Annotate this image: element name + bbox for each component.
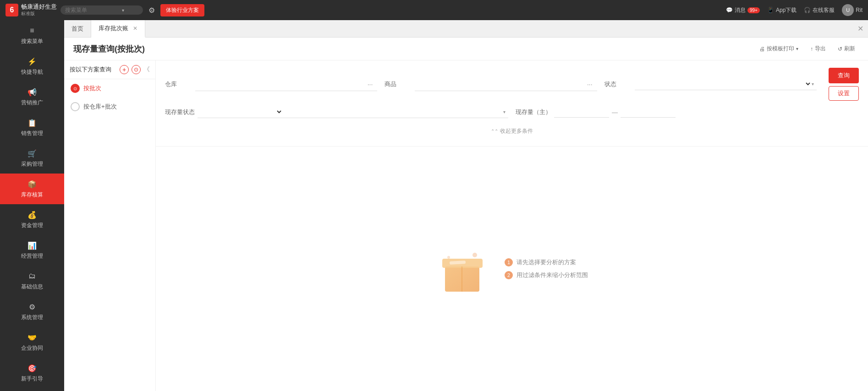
tab-home[interactable]: 首页 <box>64 20 91 38</box>
inventory-amount-separator: — <box>612 109 618 116</box>
logo-text-block: 畅康通好生意 标准版 <box>21 3 57 17</box>
filter-item-batch-label: 按批次 <box>83 84 101 92</box>
export-button[interactable]: ↑ 导出 <box>807 43 830 54</box>
search-menu-input[interactable] <box>65 7 120 13</box>
status-field: 状态 正常 禁用 ▾ <box>604 78 817 90</box>
inventory-amount-field: 现存量（主） — <box>516 107 859 118</box>
content-area: 首页 库存批次账 ✕ ✕ 现存量查询(按批次) 🖨 按模板打印 ▾ <box>64 20 868 391</box>
warehouse-input[interactable] <box>198 81 366 87</box>
main-layout: ≡ 搜索菜单 ⚡ 快捷导航 📢 营销推广 📋 销售管理 🛒 采购管理 📦 库存核… <box>0 20 868 391</box>
tab-inventory-batch-close[interactable]: ✕ <box>133 25 137 32</box>
messages-item[interactable]: 💬 消息 99+ <box>726 6 760 14</box>
refresh-icon: ↺ <box>838 46 842 52</box>
empty-hint-2: 2 用过滤条件来缩小分析范围 <box>505 271 588 279</box>
query-button[interactable]: 查询 <box>829 68 859 83</box>
goods-input[interactable] <box>418 81 585 87</box>
goods-input-wrap: ··· <box>415 78 597 91</box>
sidebar-item-newguide[interactable]: 🎯 新手引导 <box>0 358 64 388</box>
filter-row-2: 现存量状态 有库存 无库存 ▾ <box>165 106 859 118</box>
goods-more-button[interactable]: ··· <box>585 80 594 89</box>
status-select[interactable]: 正常 禁用 <box>637 80 812 88</box>
sidebar-label-operations: 经营管理 <box>21 252 43 260</box>
print-dropdown-icon[interactable]: ▾ <box>796 46 798 51</box>
filter-item-warehouse-batch[interactable]: 按仓库+批次 <box>64 98 155 116</box>
filter-item-warehouse-batch-label: 按仓库+批次 <box>83 103 117 111</box>
form-settings-button[interactable]: 设置 <box>829 86 859 101</box>
sidebar-item-basic[interactable]: 🗂 基础信息 <box>0 266 64 296</box>
export-icon: ↑ <box>810 46 813 52</box>
logo-area: 6 畅康通好生意 标准版 <box>5 3 57 17</box>
inventory-status-select-wrap: 有库存 无库存 ▾ <box>198 106 508 118</box>
sidebar-label-sales: 销售管理 <box>21 130 43 137</box>
search-bar-area[interactable]: ▾ <box>60 5 143 15</box>
sidebar-item-system[interactable]: ⚙ 系统管理 <box>0 296 64 327</box>
sidebar-item-marketing[interactable]: 📢 营销推广 <box>0 81 64 112</box>
enterprise-icon: 🤝 <box>27 332 37 342</box>
user-avatar: U <box>842 4 854 16</box>
refresh-button[interactable]: ↺ 刷新 <box>834 43 859 54</box>
sidebar-item-search[interactable]: ≡ 搜索菜单 <box>0 20 64 51</box>
page-header-actions: 🖨 按模板打印 ▾ ↑ 导出 ↺ 刷新 <box>756 43 859 54</box>
sidebar-label-marketing: 营销推广 <box>21 99 43 107</box>
sidebar-item-purchase[interactable]: 🛒 采购管理 <box>0 143 64 174</box>
svg-point-6 <box>447 256 450 259</box>
inventory-status-select[interactable]: 有库存 无库存 <box>200 108 283 116</box>
filter-collapse-button[interactable]: 《 <box>143 65 150 74</box>
query-area: 仓库 ··· 商品 ··· <box>156 60 868 391</box>
collapse-more-conditions[interactable]: ⌃⌃ 收起更多条件 <box>165 124 859 139</box>
empty-box-svg <box>436 241 491 296</box>
filter-panel: 按以下方案查询 + ⊙ 《 ⊙ 按批次 按仓库+批次 <box>64 60 156 391</box>
page-content: 现存量查询(按批次) 🖨 按模板打印 ▾ ↑ 导出 ↺ 刷新 <box>64 38 868 391</box>
tab-inventory-batch[interactable]: 库存批次账 ✕ <box>91 20 145 38</box>
messages-label: 消息 <box>735 6 746 14</box>
user-profile-item[interactable]: U Rit <box>842 4 863 16</box>
sidebar-item-appstore[interactable]: 🔔 应用中心 <box>0 388 64 391</box>
search-dropdown-icon[interactable]: ▾ <box>122 8 124 13</box>
app-download-item[interactable]: 📱 App下载 <box>767 6 797 14</box>
filter-add-button[interactable]: + <box>120 65 129 74</box>
sidebar-item-enterprise[interactable]: 🤝 企业协同 <box>0 327 64 358</box>
quick-nav-icon: ⚡ <box>27 56 37 66</box>
status-label: 状态 <box>604 80 632 88</box>
print-button[interactable]: 🖨 按模板打印 ▾ <box>756 43 802 54</box>
experience-industry-button[interactable]: 体验行业方案 <box>160 4 204 16</box>
filter-item-batch[interactable]: ⊙ 按批次 <box>64 79 155 98</box>
finance-icon: 💰 <box>27 210 37 220</box>
sidebar-item-finance[interactable]: 💰 资金管理 <box>0 204 64 235</box>
inventory-status-dropdown-icon: ▾ <box>503 109 505 114</box>
warehouse-label: 仓库 <box>165 80 192 88</box>
tab-bar: 首页 库存批次账 ✕ ✕ <box>64 20 868 38</box>
sidebar-item-quick[interactable]: ⚡ 快捷导航 <box>0 51 64 81</box>
tab-bar-close-button[interactable]: ✕ <box>857 24 863 33</box>
app-version: 标准版 <box>21 11 57 17</box>
warehouse-more-button[interactable]: ··· <box>366 80 375 89</box>
empty-state: 1 请先选择要分析的方案 2 用过滤条件来缩小分析范围 <box>156 147 868 391</box>
sidebar-label-newguide: 新手引导 <box>21 375 43 383</box>
sidebar-item-operations[interactable]: 📊 经营管理 <box>0 235 64 266</box>
operations-icon: 📊 <box>27 240 37 250</box>
top-bar-right: 💬 消息 99+ 📱 App下载 🎧 在线客服 U Rit <box>726 4 863 16</box>
print-icon: 🖨 <box>759 46 765 52</box>
sidebar-item-inventory[interactable]: 📦 库存核算 <box>0 174 64 204</box>
filter-settings-button[interactable]: ⊙ <box>132 65 141 74</box>
filter-row-1: 仓库 ··· 商品 ··· <box>165 68 859 101</box>
filter-panel-header-actions: + ⊙ 《 <box>120 65 150 74</box>
inventory-status-label: 现存量状态 <box>165 108 195 116</box>
settings-gear-button[interactable]: ⚙ <box>147 4 157 16</box>
sidebar-item-sales[interactable]: 📋 销售管理 <box>0 112 64 143</box>
top-bar: 6 畅康通好生意 标准版 ▾ ⚙ 体验行业方案 💬 消息 99+ 📱 App下载… <box>0 0 868 20</box>
user-name: Rit <box>856 7 863 13</box>
newguide-icon: 🎯 <box>27 363 37 373</box>
filter-item-batch-icon: ⊙ <box>71 84 80 93</box>
system-icon: ⚙ <box>27 302 37 312</box>
collapse-label: 收起更多条件 <box>500 127 533 135</box>
online-service-item[interactable]: 🎧 在线客服 <box>804 6 835 14</box>
page-body: 按以下方案查询 + ⊙ 《 ⊙ 按批次 按仓库+批次 <box>64 60 868 391</box>
empty-hint-1: 1 请先选择要分析的方案 <box>505 258 588 266</box>
inventory-amount-from-input[interactable] <box>557 109 606 115</box>
sidebar-label-quick: 快捷导航 <box>21 68 43 76</box>
hint-text-2: 用过滤条件来缩小分析范围 <box>516 271 588 279</box>
export-label: 导出 <box>815 45 826 53</box>
page-title: 现存量查询(按批次) <box>73 43 145 54</box>
inventory-amount-to-input[interactable] <box>623 109 673 115</box>
